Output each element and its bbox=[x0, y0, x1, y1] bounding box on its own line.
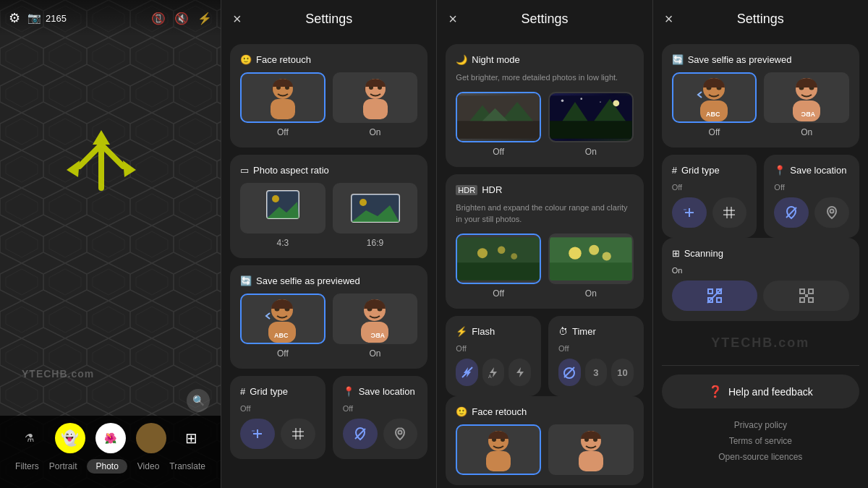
brown-icon[interactable] bbox=[136, 423, 166, 453]
svg-point-61 bbox=[498, 247, 505, 254]
svg-rect-107 bbox=[809, 298, 813, 302]
flash-on-btn[interactable] bbox=[509, 359, 531, 386]
face-retouch-off-label: Off bbox=[277, 127, 289, 137]
selfie-off-thumb: ABC bbox=[240, 294, 326, 344]
hdr-off[interactable]: Off bbox=[456, 234, 541, 299]
location-off-btn[interactable] bbox=[343, 419, 378, 449]
face-retouch-2-section: 🙂 Face retouch bbox=[446, 396, 643, 485]
snapchat-icon[interactable]: 👻 bbox=[55, 423, 85, 453]
face-retouch-off[interactable]: Off bbox=[240, 72, 326, 137]
settings-icon[interactable]: ⚙ bbox=[9, 10, 20, 26]
camera-modes-row: Filters Portrait Photo Video Translate bbox=[15, 459, 205, 474]
hdr-title: HDR HDR bbox=[456, 184, 633, 195]
flash-timer-row: ⚡ Flash Off bbox=[446, 316, 643, 396]
camera-preview: ⚙ 📷 2165 📵 🔇 ⚡ YTECHB.com 🔍 ⚗ 👻 🌺 ⊞ Filt… bbox=[0, 0, 221, 488]
save-selfie-3-options: ABC Off bbox=[672, 72, 849, 137]
help-feedback-button[interactable]: ❓ Help and feedback bbox=[662, 374, 859, 408]
selfie-3-on[interactable]: ABC On bbox=[764, 72, 849, 137]
face-retouch-icon: 🙂 bbox=[240, 54, 252, 65]
grid-icon: # bbox=[240, 386, 245, 397]
aspect-4-3[interactable]: 4:3 bbox=[240, 183, 326, 248]
mode-translate[interactable]: Translate bbox=[169, 461, 205, 471]
grid-3-off-btn[interactable] bbox=[672, 197, 707, 228]
no-phone-icon[interactable]: 📵 bbox=[151, 12, 166, 25]
face-r2-off[interactable] bbox=[456, 424, 541, 475]
timer-3-btn[interactable]: 3 bbox=[585, 359, 608, 386]
svg-point-65 bbox=[569, 247, 581, 260]
face-retouch-on[interactable]: On bbox=[333, 72, 418, 137]
svg-point-98 bbox=[830, 210, 834, 213]
selfie-off[interactable]: ABC Off bbox=[240, 294, 326, 359]
panel-2-close[interactable]: × bbox=[448, 11, 457, 27]
selfie-3-off[interactable]: ABC Off bbox=[672, 72, 757, 137]
panel-3-content: 🔄 Save selfie as previewed bbox=[653, 38, 868, 488]
zoom-button[interactable]: 🔍 bbox=[187, 389, 210, 412]
panel-1-header: × Settings bbox=[221, 0, 436, 38]
mode-video[interactable]: Video bbox=[137, 461, 159, 471]
location-3-on-btn[interactable] bbox=[814, 197, 849, 228]
selfie-on[interactable]: ABC On bbox=[333, 294, 418, 359]
aspect-16-9[interactable]: 16:9 bbox=[333, 183, 418, 248]
scanning-title: ⊞ Scanning bbox=[672, 248, 849, 259]
face-retouch-2-icon: 🙂 bbox=[456, 406, 467, 417]
location-on-btn[interactable] bbox=[383, 419, 418, 449]
flash-status: Off bbox=[456, 344, 531, 353]
timer-icon: ⏱ bbox=[558, 326, 568, 337]
svg-rect-64 bbox=[550, 262, 632, 280]
mode-portrait[interactable]: Portrait bbox=[49, 461, 77, 471]
svg-line-103 bbox=[707, 288, 722, 303]
filters-icon[interactable]: ⚗ bbox=[14, 423, 45, 453]
grid-3-on-btn[interactable] bbox=[712, 197, 747, 228]
hdr-options: Off On bbox=[456, 234, 633, 299]
photo-aspect-section: ▭ Photo aspect ratio 4:3 bbox=[230, 155, 427, 258]
opensource-link[interactable]: Open-source licences bbox=[718, 452, 802, 462]
face-retouch-title: 🙂 Face retouch bbox=[240, 54, 417, 65]
grid-on-btn[interactable] bbox=[281, 419, 315, 449]
flash-options: A bbox=[456, 359, 531, 386]
hdr-on[interactable]: On bbox=[548, 234, 634, 299]
svg-point-62 bbox=[511, 253, 518, 260]
scanning-on-btn[interactable] bbox=[763, 281, 849, 311]
aspect-ratio-icon: ▭ bbox=[240, 165, 249, 176]
timer-off-btn[interactable] bbox=[558, 359, 581, 386]
panel-1-close[interactable]: × bbox=[233, 11, 242, 27]
svg-point-25 bbox=[359, 199, 367, 206]
scanning-status: On bbox=[672, 266, 849, 275]
flash-off-icon[interactable]: ⚡ bbox=[197, 12, 212, 25]
night-mode-section: 🌙 Night mode Get brighter, more detailed… bbox=[446, 44, 643, 167]
night-off-thumb bbox=[456, 92, 541, 142]
privacy-link[interactable]: Privacy policy bbox=[734, 420, 787, 430]
settings-panels: × Settings 🙂 Face retouch bbox=[221, 0, 868, 488]
flash-auto-btn[interactable]: A bbox=[482, 359, 505, 386]
flash-off-btn[interactable] bbox=[456, 359, 478, 386]
mode-photo[interactable]: Photo bbox=[87, 459, 127, 474]
scanning-off-btn[interactable] bbox=[672, 281, 758, 311]
face-r2-on[interactable] bbox=[548, 424, 634, 475]
hdr-section: HDR HDR Brighten and expand the colour r… bbox=[446, 174, 643, 309]
svg-point-57 bbox=[600, 102, 601, 103]
night-on[interactable]: On bbox=[548, 92, 634, 157]
timer-10-btn[interactable]: 10 bbox=[611, 359, 634, 386]
grid-off-btn[interactable] bbox=[240, 419, 275, 449]
svg-point-66 bbox=[589, 245, 599, 255]
face-retouch-2-title: 🙂 Face retouch bbox=[456, 406, 633, 417]
location-3-off-btn[interactable] bbox=[774, 197, 809, 228]
svg-rect-106 bbox=[800, 298, 804, 302]
mode-filters[interactable]: Filters bbox=[15, 461, 39, 471]
photo-aspect-title: ▭ Photo aspect ratio bbox=[240, 165, 417, 176]
svg-rect-73 bbox=[486, 451, 511, 471]
hdr-on-label: On bbox=[585, 288, 597, 299]
google-photos-icon[interactable]: 🌺 bbox=[95, 423, 126, 453]
svg-text:ABC: ABC bbox=[274, 332, 289, 339]
terms-link[interactable]: Terms of service bbox=[729, 436, 792, 446]
flash-title: ⚡ Flash bbox=[456, 326, 531, 337]
save-selfie-3-title: 🔄 Save selfie as previewed bbox=[672, 54, 849, 65]
panel-3-close[interactable]: × bbox=[665, 11, 673, 27]
help-label: Help and feedback bbox=[728, 386, 813, 398]
qr-code-icon[interactable]: ⊞ bbox=[176, 423, 207, 453]
selfie-on-label: On bbox=[370, 348, 381, 359]
no-sound-icon[interactable]: 🔇 bbox=[174, 12, 189, 25]
night-on-label: On bbox=[585, 147, 597, 157]
night-off[interactable]: Off bbox=[456, 92, 541, 157]
svg-rect-11 bbox=[271, 99, 295, 119]
